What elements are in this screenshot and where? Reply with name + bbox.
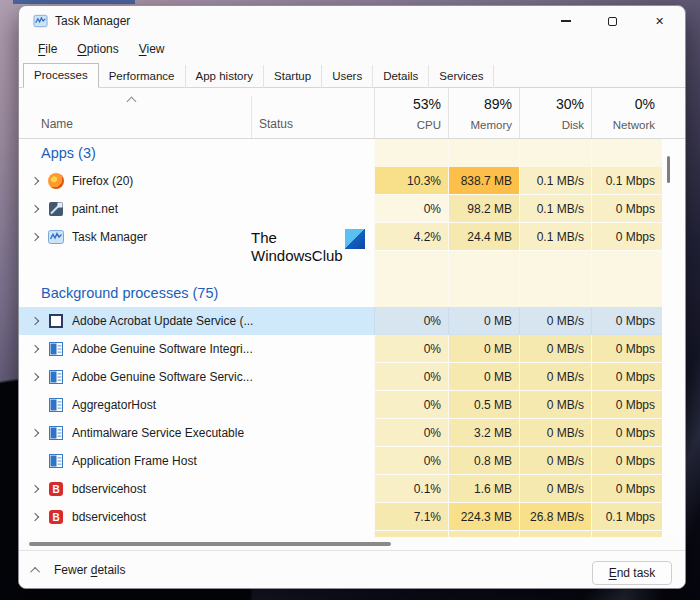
expand-chevron-icon[interactable] (31, 205, 39, 213)
column-header-cpu[interactable]: 53%CPU (374, 88, 448, 138)
name-cell: paint.net (19, 195, 374, 223)
network-cell (591, 139, 662, 167)
application-icon (48, 369, 64, 385)
windowsclub-logo (345, 229, 365, 249)
name-cell: Background processes (75) (19, 279, 374, 307)
memory-cell: 24.4 MB (448, 223, 519, 251)
process-list[interactable]: Apps (3)Firefox (20)10.3%838.7 MB0.1 MB/… (19, 139, 685, 537)
tab-app-history[interactable]: App history (186, 65, 265, 88)
cpu-cell: 0% (374, 391, 448, 419)
column-header-status[interactable]: Status (259, 117, 293, 131)
column-total-percent: 0% (635, 96, 655, 112)
process-row[interactable]: paint.net0%98.2 MB0.1 MB/s0 Mbps (19, 195, 685, 223)
tab-startup[interactable]: Startup (264, 65, 322, 88)
sort-ascending-icon (127, 97, 137, 107)
disk-cell: 26.8 MB/s (519, 503, 591, 531)
cpu-cell: 0% (374, 447, 448, 475)
group-header-row[interactable]: Background processes (75) (19, 279, 685, 307)
tab-details[interactable]: Details (373, 65, 429, 88)
process-row[interactable]: Antimalware Service Executable0%3.2 MB0 … (19, 419, 685, 447)
network-cell: 0 Mbps (591, 223, 662, 251)
name-cell: Adobe Acrobat Update Service (... (19, 307, 374, 335)
column-header-memory[interactable]: 89%Memory (448, 88, 519, 138)
tab-bar: ProcessesPerformanceApp historyStartupUs… (19, 62, 685, 88)
adobe-updater-icon (49, 314, 63, 328)
disk-cell: 0 MB/s (519, 307, 591, 335)
minimize-button[interactable] (542, 6, 589, 36)
menu-view[interactable]: View (130, 39, 174, 59)
process-row[interactable]: Bbdservicehost0.1%1.6 MB0 MB/s0 Mbps (19, 475, 685, 503)
window-controls: ✕ (542, 6, 683, 36)
close-button[interactable]: ✕ (636, 6, 683, 36)
watermark-line2: WindowsClub (251, 247, 371, 264)
expand-chevron-icon[interactable] (31, 233, 39, 241)
group-label: Apps (3) (41, 145, 96, 161)
process-row[interactable]: Adobe Genuine Software Integri...0%0 MB0… (19, 335, 685, 363)
memory-cell: 0 MB (448, 307, 519, 335)
column-header-network[interactable]: 0%Network (591, 88, 662, 138)
process-row[interactable]: AggregatorHost0%0.5 MB0 MB/s0 Mbps (19, 391, 685, 419)
process-row[interactable]: Firefox (20)10.3%838.7 MB0.1 MB/s0.1 Mbp… (19, 167, 685, 195)
process-name: Firefox (20) (72, 174, 133, 188)
column-total-percent: 53% (413, 96, 441, 112)
disk-cell: 0.1 MB/s (519, 167, 591, 195)
cpu-cell: 4.2% (374, 223, 448, 251)
background-window-edge (13, 0, 135, 4)
menu-options[interactable]: Options (68, 39, 127, 59)
process-row[interactable]: Adobe Genuine Software Servic...0%0 MB0 … (19, 363, 685, 391)
task-manager-window: Task Manager ✕ FileOptionsView Processes… (18, 5, 686, 589)
expand-chevron-icon[interactable] (31, 485, 39, 493)
title-bar[interactable]: Task Manager ✕ (19, 6, 685, 36)
disk-cell (519, 251, 591, 279)
disk-cell: 0 MB/s (519, 363, 591, 391)
process-name: AggregatorHost (72, 398, 156, 412)
group-header-row[interactable]: Apps (3) (19, 139, 685, 167)
vertical-scrollbar[interactable] (667, 156, 670, 183)
memory-cell: 0 MB (448, 363, 519, 391)
disk-cell: 0 MB/s (519, 447, 591, 475)
expand-chevron-icon[interactable] (31, 177, 39, 185)
task-manager-icon (33, 14, 48, 28)
tab-services[interactable]: Services (429, 65, 494, 88)
close-icon: ✕ (655, 15, 664, 28)
disk-cell: 0.1 MB/s (519, 195, 591, 223)
process-name: Application Frame Host (72, 454, 197, 468)
end-task-button[interactable]: End task (592, 561, 672, 585)
process-row[interactable]: Adobe Acrobat Update Service (...0%0 MB0… (19, 307, 685, 335)
memory-cell: 98.2 MB (448, 195, 519, 223)
expand-chevron-icon[interactable] (31, 429, 39, 437)
name-cell: Bbdservicehost (19, 503, 374, 531)
process-name: Task Manager (72, 230, 147, 244)
cpu-cell (374, 139, 448, 167)
memory-cell (448, 279, 519, 307)
process-row[interactable]: Application Frame Host0%0.8 MB0 MB/s0 Mb… (19, 447, 685, 475)
process-row[interactable]: Bbdservicehost7.1%224.3 MB26.8 MB/s0.1 M… (19, 503, 685, 531)
horizontal-scrollbar-thumb[interactable] (29, 542, 391, 546)
application-icon (48, 341, 64, 357)
network-cell (591, 251, 662, 279)
horizontal-scrollbar-track[interactable] (19, 537, 685, 550)
name-cell: AggregatorHost (19, 391, 374, 419)
tab-processes[interactable]: Processes (23, 63, 99, 88)
cpu-cell: 0% (374, 419, 448, 447)
column-header-name[interactable]: Name (41, 117, 73, 131)
tab-performance[interactable]: Performance (99, 65, 186, 88)
column-header-disk[interactable]: 30%Disk (519, 88, 591, 138)
column-label: Disk (562, 119, 584, 131)
network-cell: 0.1 Mbps (591, 167, 662, 195)
task-manager-icon (48, 229, 64, 245)
expand-chevron-icon[interactable] (31, 345, 39, 353)
disk-cell: 0 MB/s (519, 475, 591, 503)
application-icon (48, 397, 64, 413)
expand-chevron-icon[interactable] (31, 317, 39, 325)
column-divider (251, 96, 252, 138)
expand-chevron-icon[interactable] (31, 373, 39, 381)
expand-chevron-icon[interactable] (31, 513, 39, 521)
disk-cell (519, 139, 591, 167)
menu-file[interactable]: File (29, 39, 66, 59)
tab-users[interactable]: Users (322, 65, 373, 88)
name-cell: Bbdservicehost (19, 475, 374, 503)
fewer-details-toggle[interactable]: Fewer details (33, 563, 125, 577)
maximize-button[interactable] (589, 6, 636, 36)
memory-cell: 1.6 MB (448, 475, 519, 503)
